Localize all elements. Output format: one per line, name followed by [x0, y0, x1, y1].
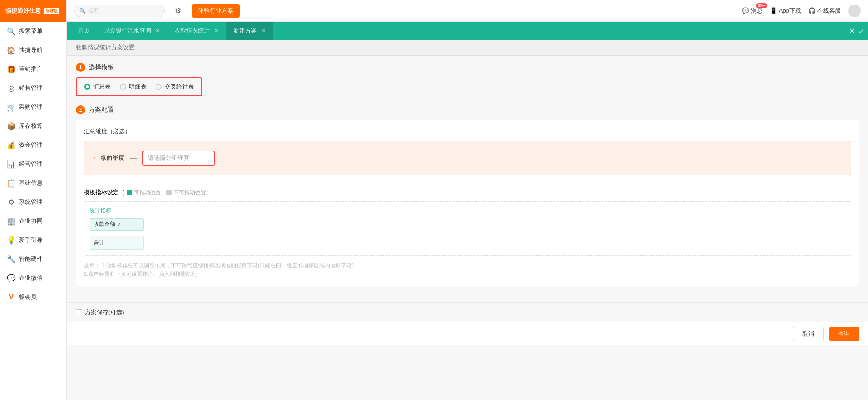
message-badge[interactable]: 💬 消息 99+	[742, 7, 763, 15]
industry-btn[interactable]: 体验行业方案	[192, 4, 240, 18]
metrics-tag-dropdown-icon[interactable]: ∨	[117, 222, 120, 227]
guide-icon: 💡	[7, 236, 15, 244]
member-icon: V	[7, 293, 15, 301]
dimension-select[interactable]: 请选择分组维度	[142, 151, 215, 166]
radio-detail-label: 明细表	[129, 83, 146, 91]
tabbar: 首页 现金银行流水查询 ✕ 收款情况统计 ✕ 新建方案 ✕ ✕ ⤢	[67, 22, 868, 40]
breadcrumb: 收款情况统计方案设置	[67, 40, 868, 56]
close-all-icon[interactable]: ✕	[849, 27, 855, 35]
save-option[interactable]: 方案保存(可选)	[76, 308, 124, 316]
non-draggable-hint: 不可拖动位置）	[174, 189, 212, 197]
sidebar-label: 搜索菜单	[19, 27, 42, 35]
sidebar-item-member[interactable]: V 畅会员	[0, 287, 66, 306]
search-box[interactable]: 🔍 搜索	[74, 5, 165, 17]
operations-icon: 📊	[7, 160, 15, 168]
sidebar-label: 基础信息	[19, 179, 42, 187]
metrics-tags: 收款金额 ∨ 合计	[90, 218, 144, 250]
sidebar-label: 新手引导	[19, 236, 42, 244]
radio-cross-dot	[156, 84, 162, 90]
sidebar-item-basic-info[interactable]: 📋 基础信息	[0, 174, 66, 193]
radio-cross[interactable]: 交叉统计表	[156, 83, 194, 91]
metrics-label-text: 模板指标设定（	[84, 188, 125, 197]
tab-collection-stats-label: 收款情况统计	[175, 27, 210, 35]
config-section: 汇总维度（必选） * 纵向维度 — 请选择分组维度	[76, 120, 859, 286]
sidebar-item-finance[interactable]: 💰 资金管理	[0, 136, 66, 155]
basic-info-icon: 📋	[7, 179, 15, 187]
sidebar-item-marketing[interactable]: 🎁 营销推广	[0, 60, 66, 79]
draggable-hint-area: 可拖动位置 不可拖动位置）	[127, 189, 212, 197]
save-label: 方案保存(可选)	[85, 308, 124, 316]
sidebar-item-system[interactable]: ⚙ 系统管理	[0, 193, 66, 212]
download-label: App下载	[779, 7, 801, 15]
wechat-icon: 💬	[7, 274, 15, 282]
sidebar-item-purchase[interactable]: 🛒 采购管理	[0, 98, 66, 117]
message-count: 99+	[756, 3, 767, 8]
radio-summary[interactable]: 汇总表	[84, 83, 111, 91]
breadcrumb-text: 收款情况统计方案设置	[76, 44, 135, 51]
dimension-title-text: 汇总维度（必选）	[84, 128, 131, 135]
draggable-hint: 可拖动位置	[134, 189, 161, 197]
logo-text: 畅捷通好生意	[5, 7, 41, 15]
tab-new-plan-label: 新建方案	[233, 27, 257, 35]
step1-header: 1 选择模板	[76, 63, 859, 72]
tab-bank-flow[interactable]: 现金银行流水查询 ✕	[97, 22, 167, 40]
arrow-icon: —	[130, 154, 137, 162]
sidebar-label: 企业协同	[19, 217, 42, 225]
service-icon: 🎧	[808, 7, 816, 14]
tab-collection-stats-close[interactable]: ✕	[214, 28, 219, 34]
dimension-placeholder: 请选择分组维度	[148, 155, 189, 161]
step2-title: 方案配置	[89, 106, 114, 114]
sidebar-item-inventory[interactable]: 📦 库存核算	[0, 117, 66, 136]
topbar: 🔍 搜索 ⚙ 体验行业方案 💬 消息 99+ 📱 App下载 🎧 在线客服	[67, 0, 868, 22]
sidebar-label: 经营管理	[19, 160, 42, 168]
message-icon: 💬	[742, 7, 749, 14]
dimension-area: * 纵向维度 — 请选择分组维度	[84, 141, 851, 175]
content-area: 收款情况统计方案设置 1 选择模板 汇总表 明细表	[67, 40, 868, 400]
expand-icon[interactable]: ⤢	[859, 27, 864, 35]
settings-icon[interactable]: ⚙	[172, 5, 184, 17]
query-button[interactable]: 查询	[829, 327, 859, 341]
required-star: *	[93, 155, 95, 162]
sidebar-item-sales[interactable]: ◎ 销售管理	[0, 79, 66, 98]
page-body: 1 选择模板 汇总表 明细表 交叉统计表	[67, 56, 868, 302]
sidebar-item-operations[interactable]: 📊 经营管理	[0, 155, 66, 174]
radio-detail[interactable]: 明细表	[120, 83, 146, 91]
sidebar-item-wechat[interactable]: 💬 企业微信	[0, 268, 66, 287]
sidebar-label: 企业微信	[19, 274, 42, 282]
sidebar-item-hardware[interactable]: 🔧 智能硬件	[0, 249, 66, 268]
app-download[interactable]: 📱 App下载	[770, 7, 801, 15]
tab-bank-flow-close[interactable]: ✕	[156, 28, 160, 34]
tab-new-plan-close[interactable]: ✕	[261, 28, 266, 34]
save-checkbox[interactable]	[76, 309, 82, 315]
sidebar: 畅捷通好生意 标准版 🔍 搜索菜单 🏠 快捷导航 🎁 营销推广 ◎ 销售管理 🛒…	[0, 0, 67, 400]
vertical-dim-label: 纵向维度	[101, 154, 124, 162]
finance-icon: 💰	[7, 141, 15, 149]
home-icon: 🏠	[7, 46, 15, 54]
sidebar-item-enterprise[interactable]: 🏢 企业协同	[0, 212, 66, 231]
purchase-icon: 🛒	[7, 103, 15, 111]
enterprise-icon: 🏢	[7, 217, 15, 225]
tab-home[interactable]: 首页	[71, 22, 97, 40]
user-avatar[interactable]	[848, 5, 861, 17]
template-selection-box: 汇总表 明细表 交叉统计表	[76, 77, 202, 96]
step1-section: 1 选择模板 汇总表 明细表 交叉统计表	[76, 63, 859, 96]
sidebar-item-quick-nav[interactable]: 🏠 快捷导航	[0, 41, 66, 60]
sidebar-label: 智能硬件	[19, 255, 42, 263]
hardware-icon: 🔧	[7, 255, 15, 263]
dimension-row: * 纵向维度 — 请选择分组维度	[93, 151, 842, 166]
sidebar-label: 快捷导航	[19, 46, 42, 54]
metrics-tag-collection[interactable]: 收款金额 ∨	[90, 218, 144, 231]
tip2-text: 2.点击标题栏下拉可设置排序、插入列和删除列	[84, 270, 851, 278]
metrics-category: 统计指标	[90, 207, 845, 215]
tab-new-plan[interactable]: 新建方案 ✕	[226, 22, 273, 40]
cancel-button[interactable]: 取消	[793, 327, 824, 341]
tab-collection-stats[interactable]: 收款情况统计 ✕	[167, 22, 226, 40]
metrics-tag-label: 收款金额	[94, 221, 115, 228]
page-footer: 方案保存(可选)	[67, 302, 868, 322]
sidebar-label: 系统管理	[19, 198, 42, 206]
sidebar-item-guide[interactable]: 💡 新手引导	[0, 231, 66, 249]
sidebar-item-search-menu[interactable]: 🔍 搜索菜单	[0, 22, 66, 41]
online-service[interactable]: 🎧 在线客服	[808, 7, 841, 15]
metrics-subtag-total[interactable]: 合计	[90, 236, 144, 250]
download-icon: 📱	[770, 7, 777, 14]
